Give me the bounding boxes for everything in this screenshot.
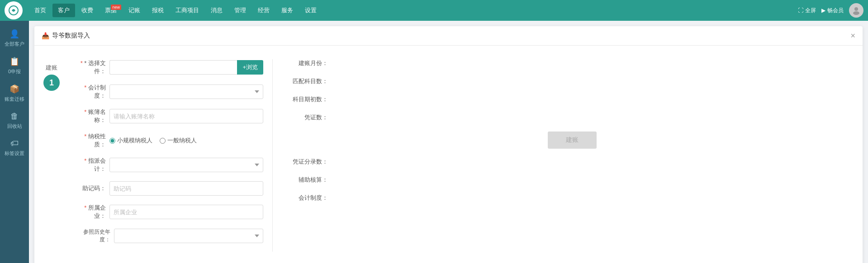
initial-balance-label: 科目期初数： (291, 95, 332, 103)
history-year-row: 参照历史年度： (73, 228, 263, 244)
nav-bookkeeping[interactable]: 记账 (123, 4, 146, 17)
memo-label: 助记码： (73, 184, 109, 193)
initial-balance-row: 科目期初数： (291, 95, 854, 103)
right-accounting-system-row: 会计制度： (291, 194, 854, 202)
tax-type-row: 纳税性质： 小规模纳税人 一般纳税人 (73, 132, 263, 149)
ledger-name-input[interactable] (109, 109, 263, 123)
nav-messages[interactable]: 消息 (205, 4, 228, 17)
nav-home[interactable]: 首页 (29, 4, 52, 17)
build-account-button[interactable]: 建账 (548, 132, 597, 149)
sidebar-item-all-customers[interactable]: 👤 全部客户 (0, 24, 29, 52)
tax-option2-radio[interactable] (160, 138, 166, 144)
file-input-group: +浏览 (109, 60, 263, 75)
tax-type-label: 纳税性质： (73, 132, 109, 149)
nav-services[interactable]: 服务 (276, 4, 299, 17)
form-container: 建账 1 * 选择文件： +浏览 会计制度： (34, 46, 863, 263)
match-subjects-row: 匹配科目数： (291, 77, 854, 85)
nav-business[interactable]: 工商项目 (170, 4, 204, 17)
sidebar-item-declaration[interactable]: 📋 0申报 (0, 52, 29, 80)
new-badge: new (111, 5, 121, 10)
accountant-label: 指派会计： (73, 157, 109, 173)
voucher-entries-label: 凭证分录数： (291, 158, 332, 166)
vip-btn[interactable]: ▶ 畅会员 (821, 7, 844, 14)
step-indicator: 建账 1 (43, 59, 60, 252)
nav-right: ⛶ 全屏 ▶ 畅会员 (798, 3, 863, 18)
vip-icon: ▶ (821, 7, 825, 14)
nav-fees[interactable]: 收费 (76, 4, 99, 17)
logo[interactable] (5, 1, 23, 19)
tax-option1-label[interactable]: 小规模纳税人 (109, 136, 152, 145)
close-button[interactable]: × (850, 32, 855, 40)
svg-point-2 (853, 11, 859, 15)
company-input[interactable] (109, 205, 263, 219)
top-navigation: 首页 客户 收费 票据 new 记账 报税 工商项目 消息 管理 经营 服务 设… (0, 0, 868, 21)
nav-customers[interactable]: 客户 (52, 4, 75, 17)
migration-icon: 📦 (9, 84, 19, 94)
vouchers-row: 凭证数： (291, 113, 854, 122)
accountant-select[interactable] (109, 158, 263, 172)
aux-accounting-row: 辅助核算： (291, 176, 854, 184)
fullscreen-icon: ⛶ (798, 7, 803, 14)
file-input[interactable] (109, 60, 237, 75)
recycle-icon: 🗑 (10, 112, 19, 121)
import-icon: 📥 (42, 32, 49, 39)
step-label: 建账 (46, 64, 57, 72)
aux-accounting-label: 辅助核算： (291, 176, 332, 184)
accountant-row: 指派会计： (73, 157, 263, 173)
accounting-system-row: 会计制度： (73, 84, 263, 100)
nav-settings[interactable]: 设置 (299, 4, 322, 17)
month-row: 建账月份： (291, 59, 854, 67)
sidebar-item-migration[interactable]: 📦 账套迁移 (0, 80, 29, 107)
sidebar: 👤 全部客户 📋 0申报 📦 账套迁移 🗑 回收站 🏷 标签设置 (0, 21, 29, 263)
nav-operations[interactable]: 经营 (252, 4, 275, 17)
company-row: 所属企业： (73, 204, 263, 220)
svg-point-1 (854, 7, 858, 11)
fullscreen-btn[interactable]: ⛶ 全屏 (798, 7, 816, 14)
memo-row: 助记码： (73, 181, 263, 196)
main-layout: 👤 全部客户 📋 0申报 📦 账套迁移 🗑 回收站 🏷 标签设置 📥 导 (0, 21, 868, 263)
month-label: 建账月份： (291, 59, 332, 67)
all-customers-icon: 👤 (9, 29, 19, 39)
ledger-name-label: 账簿名称： (73, 108, 109, 124)
file-label: * 选择文件： (73, 59, 109, 75)
memo-input[interactable] (109, 181, 263, 196)
declaration-icon: 📋 (9, 56, 19, 66)
history-year-select[interactable] (114, 229, 263, 243)
ledger-name-row: 账簿名称： (73, 108, 263, 124)
left-form: * 选择文件： +浏览 会计制度： (73, 59, 263, 252)
tax-option2-label[interactable]: 一般纳税人 (160, 136, 197, 145)
right-panel: 建账月份： 匹配科目数： 科目期初数： 凭证数： (272, 59, 854, 252)
tax-type-group: 小规模纳税人 一般纳税人 (109, 136, 197, 145)
accounting-system-select[interactable] (109, 85, 263, 99)
sidebar-item-recycle[interactable]: 🗑 回收站 (0, 107, 29, 134)
nav-manage[interactable]: 管理 (229, 4, 251, 17)
step-circle: 1 (43, 75, 60, 91)
dialog-title: 📥 导爷数据导入 (42, 32, 90, 40)
browse-button[interactable]: +浏览 (237, 60, 263, 75)
match-subjects-label: 匹配科目数： (291, 77, 332, 85)
tax-option1-radio[interactable] (109, 138, 115, 144)
vouchers-label: 凭证数： (291, 113, 332, 122)
sidebar-item-tags[interactable]: 🏷 标签设置 (0, 134, 29, 161)
dialog-card: 📥 导爷数据导入 × 建账 1 * 选择文件： (34, 26, 863, 263)
dialog-header: 📥 导爷数据导入 × (34, 26, 863, 46)
nav-tax[interactable]: 报税 (147, 4, 169, 17)
nav-invoices[interactable]: 票据 new (100, 4, 122, 17)
file-row: * 选择文件： +浏览 (73, 59, 263, 75)
nav-items: 首页 客户 收费 票据 new 记账 报税 工商项目 消息 管理 经营 服务 设… (29, 4, 798, 17)
right-accounting-system-label: 会计制度： (291, 194, 332, 202)
content-area: 📥 导爷数据导入 × 建账 1 * 选择文件： (29, 21, 868, 263)
tags-icon: 🏷 (10, 139, 19, 148)
user-avatar[interactable] (849, 3, 863, 18)
accounting-system-label: 会计制度： (73, 84, 109, 100)
company-label: 所属企业： (73, 204, 109, 220)
history-year-label: 参照历史年度： (73, 228, 114, 244)
voucher-entries-row: 凭证分录数： (291, 158, 854, 166)
